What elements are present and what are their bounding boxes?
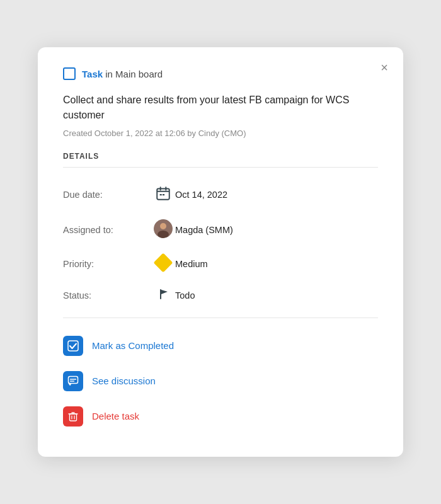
see-discussion-label: See discussion — [92, 375, 156, 386]
assigned-to-value: Magda (SMM) — [175, 212, 378, 248]
svg-rect-8 — [69, 376, 78, 383]
delete-task-action[interactable]: Delete task — [63, 399, 378, 434]
details-divider — [63, 167, 378, 168]
calendar-icon-cell — [151, 178, 175, 212]
mark-completed-action[interactable]: Mark as Completed — [63, 328, 378, 364]
check-icon-box — [63, 336, 83, 356]
details-table: Due date: Oct 14, 2022 Assigned to: — [63, 178, 378, 311]
avatar — [154, 219, 173, 238]
task-checkbox[interactable] — [63, 67, 76, 80]
svg-rect-6 — [160, 289, 161, 299]
svg-point-4 — [160, 223, 166, 229]
assigned-to-label: Assigned to: — [63, 212, 151, 248]
status-row: Status: Todo — [63, 280, 378, 311]
priority-label: Priority: — [63, 248, 151, 280]
priority-value: Medium — [175, 248, 378, 280]
svg-rect-11 — [70, 414, 77, 421]
calendar-icon — [155, 185, 171, 202]
svg-rect-1 — [160, 194, 162, 195]
due-date-row: Due date: Oct 14, 2022 — [63, 178, 378, 212]
status-label: Status: — [63, 280, 151, 311]
chat-icon-box — [63, 371, 83, 391]
due-date-label: Due date: — [63, 178, 151, 212]
chat-icon — [67, 375, 79, 387]
svg-rect-2 — [163, 194, 164, 195]
assigned-to-row: Assigned to: Magda (SMM) — [63, 212, 378, 248]
task-word: Task — [82, 69, 103, 79]
task-header: Task in Main board — [63, 67, 378, 80]
svg-point-5 — [158, 231, 169, 238]
see-discussion-action[interactable]: See discussion — [63, 364, 378, 399]
flag-icon — [156, 287, 170, 304]
due-date-value: Oct 14, 2022 — [175, 178, 378, 212]
priority-icon-cell — [151, 248, 175, 280]
details-label: DETAILS — [63, 152, 378, 161]
task-location: in Main board — [105, 69, 163, 79]
close-button[interactable]: × — [378, 59, 391, 76]
task-location-label: Task in Main board — [82, 69, 163, 79]
diamond-icon — [153, 253, 173, 272]
actions-section: Mark as Completed See discussion — [63, 328, 378, 434]
priority-row: Priority: Medium — [63, 248, 378, 280]
status-value: Todo — [175, 280, 378, 311]
task-created: Created October 1, 2022 at 12:06 by Cind… — [63, 129, 378, 138]
task-modal: × Task in Main board Collect and share r… — [38, 47, 403, 456]
task-description: Collect and share results from your late… — [63, 93, 378, 122]
actions-divider — [63, 318, 378, 318]
trash-icon — [67, 411, 79, 422]
delete-task-label: Delete task — [92, 411, 139, 421]
trash-icon-box — [63, 406, 83, 427]
flag-icon-cell — [151, 280, 175, 311]
check-icon — [67, 340, 79, 352]
svg-rect-0 — [157, 188, 169, 199]
avatar-cell — [151, 212, 175, 248]
mark-completed-label: Mark as Completed — [92, 340, 174, 351]
